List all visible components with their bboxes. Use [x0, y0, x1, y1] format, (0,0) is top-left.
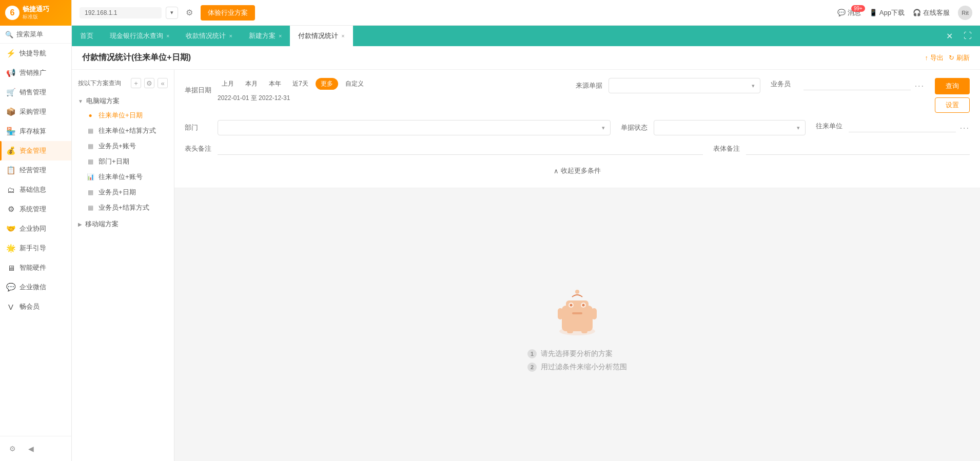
- scheme-item-dept-date[interactable]: ▦部门+日期: [72, 154, 174, 169]
- sidebar-item-quick-nav[interactable]: ⚡快捷导航: [0, 44, 71, 63]
- collapse-panel-btn[interactable]: «: [158, 78, 168, 88]
- sidebar-item-sales[interactable]: 🛒销售管理: [0, 83, 71, 102]
- svg-point-5: [570, 304, 573, 307]
- salesman-label: 业务员: [771, 79, 799, 89]
- sidebar-item-basic-info[interactable]: 🗂基础信息: [0, 180, 71, 199]
- message-btn[interactable]: 💬 消息 99+: [837, 8, 861, 17]
- trial-btn[interactable]: 体验行业方案: [201, 5, 255, 21]
- date-btn-custom[interactable]: 自定义: [341, 78, 368, 90]
- scheme-item-icon-salesman-account: ▦: [86, 142, 94, 150]
- scheme-item-icon-salesman-settle: ▦: [86, 204, 94, 212]
- salesman-dots-btn[interactable]: ...: [915, 79, 925, 89]
- tab-close-cashflow[interactable]: ×: [166, 33, 169, 39]
- sidebar-settings-btn[interactable]: ⚙: [5, 442, 19, 456]
- sidebar-item-guide[interactable]: 🌟新手引导: [0, 238, 71, 258]
- left-panel-actions: + ⚙ «: [131, 78, 168, 88]
- table-header-note-label: 表头备注: [185, 144, 213, 153]
- scheme-item-counterparty-settle[interactable]: ▦往来单位+结算方式: [72, 123, 174, 138]
- sidebar-item-icon-member: V: [6, 302, 15, 311]
- scheme-group-label-desktop: 电脑端方案: [86, 96, 120, 106]
- tab-payments[interactable]: 付款情况统计×: [290, 26, 352, 46]
- dept-select[interactable]: ▾: [218, 120, 611, 135]
- scheme-group-header-desktop[interactable]: ▼电脑端方案: [72, 94, 174, 108]
- date-btn-this-month[interactable]: 本月: [241, 78, 262, 90]
- sidebar-item-enterprise[interactable]: 🤝企业协同: [0, 219, 71, 238]
- collapse-row: ∧ 收起更多条件: [185, 162, 970, 179]
- collapse-label: 收起更多条件: [561, 166, 601, 175]
- tab-new-scheme[interactable]: 新建方案×: [241, 26, 290, 46]
- app-download-btn[interactable]: 📱 App下载: [869, 8, 905, 17]
- sidebar-item-purchase[interactable]: 📦采购管理: [0, 102, 71, 122]
- message-badge: 99+: [851, 5, 865, 12]
- tab-receipts[interactable]: 收款情况统计×: [178, 26, 240, 46]
- scheme-groups: ▼电脑端方案●往来单位+日期▦往来单位+结算方式▦业务员+账号▦部门+日期📊往来…: [72, 94, 174, 231]
- online-service-btn[interactable]: 🎧 在线客服: [913, 8, 950, 17]
- date-range-text: 2022-01-01 至 2022-12-31: [218, 94, 443, 103]
- scheme-query-label: 按以下方案查询: [78, 79, 121, 88]
- topbar-right: 💬 消息 99+ 📱 App下载 🎧 在线客服 Rit: [837, 6, 972, 20]
- date-btn-last-7[interactable]: 近7天: [288, 78, 312, 90]
- date-btn-last-month[interactable]: 上月: [218, 78, 238, 90]
- sidebar: 6 畅捷通巧 标准版 🔍 搜索菜单 ⚡快捷导航📢营销推广🛒销售管理📦采购管理🏪库…: [0, 0, 72, 461]
- sidebar-item-wechat[interactable]: 💬企业微信: [0, 277, 71, 297]
- tab-close-receipts[interactable]: ×: [229, 33, 232, 39]
- sidebar-item-icon-enterprise: 🤝: [6, 224, 15, 233]
- scheme-item-salesman-settle[interactable]: ▦业务员+结算方式: [72, 200, 174, 215]
- address-dropdown-btn[interactable]: ▾: [166, 7, 178, 19]
- scheme-group-header-mobile[interactable]: ▶移动端方案: [72, 217, 174, 231]
- hint-text-1: 请先选择要分析的方案: [541, 349, 613, 358]
- app-icon: 📱: [869, 9, 877, 16]
- sidebar-collapse-btn[interactable]: ◀: [24, 442, 38, 456]
- sidebar-item-inventory[interactable]: 🏪库存核算: [0, 122, 71, 141]
- table-body-note-input[interactable]: [746, 143, 970, 155]
- sidebar-item-icon-sales: 🛒: [6, 88, 15, 97]
- add-scheme-btn[interactable]: +: [131, 78, 141, 88]
- search-menu[interactable]: 🔍 搜索菜单: [0, 26, 71, 44]
- sidebar-item-member[interactable]: V畅会员: [0, 297, 71, 316]
- filter-settings-btn[interactable]: 设置: [935, 97, 970, 113]
- sidebar-item-label-sales: 销售管理: [19, 88, 46, 97]
- sidebar-item-finance[interactable]: 💰资金管理: [0, 141, 71, 161]
- collapse-btn[interactable]: ∧ 收起更多条件: [554, 166, 601, 175]
- sidebar-item-hardware[interactable]: 🖥智能硬件: [0, 258, 71, 277]
- refresh-btn[interactable]: ↻刷新: [949, 53, 970, 63]
- sidebar-item-label-quick-nav: 快捷导航: [19, 49, 46, 58]
- scheme-item-label-counterparty-date: 往来单位+日期: [99, 111, 143, 120]
- fullscreen-btn[interactable]: ⛶: [961, 29, 975, 43]
- scheme-item-salesman-date[interactable]: ▦业务员+日期: [72, 185, 174, 200]
- export-btn[interactable]: ↑导出: [925, 53, 944, 63]
- logo-text: 畅捷通巧 标准版: [23, 5, 49, 21]
- user-avatar[interactable]: Rit: [958, 6, 972, 20]
- table-header-note-input[interactable]: [218, 143, 703, 155]
- salesman-input[interactable]: [803, 78, 911, 90]
- counterparty-dots-btn[interactable]: ...: [960, 122, 970, 131]
- close-all-tabs-btn[interactable]: ✕: [942, 29, 956, 43]
- query-btn[interactable]: 查询: [935, 78, 970, 94]
- scheme-item-salesman-account[interactable]: ▦业务员+账号: [72, 138, 174, 154]
- scheme-settings-btn[interactable]: ⚙: [144, 78, 154, 88]
- counterparty-label: 往来单位: [816, 122, 845, 131]
- scheme-item-counterparty-account[interactable]: 📊往来单位+账号: [72, 169, 174, 185]
- address-bar: 192.168.1.1: [80, 7, 162, 18]
- voucher-status-select[interactable]: ▾: [654, 120, 806, 135]
- tab-cashflow[interactable]: 现金银行流水查询×: [102, 26, 178, 46]
- tab-close-new-scheme[interactable]: ×: [279, 33, 282, 39]
- tab-home[interactable]: 首页: [72, 26, 102, 46]
- scheme-group-desktop: ▼电脑端方案●往来单位+日期▦往来单位+结算方式▦业务员+账号▦部门+日期📊往来…: [72, 94, 174, 215]
- topbar-settings-btn[interactable]: ⚙: [182, 6, 197, 20]
- collapse-icon: ∧: [554, 167, 559, 175]
- voucher-status-arrow-icon: ▾: [797, 125, 800, 131]
- source-select[interactable]: ▾: [609, 78, 760, 93]
- scheme-item-counterparty-date[interactable]: ●往来单位+日期: [72, 108, 174, 123]
- sidebar-item-operations[interactable]: 📋经营管理: [0, 161, 71, 180]
- tab-close-payments[interactable]: ×: [341, 33, 344, 39]
- date-btn-more[interactable]: 更多: [316, 78, 338, 90]
- sidebar-item-marketing[interactable]: 📢营销推广: [0, 63, 71, 83]
- filter-area: 单据日期 上月本月本年近7天更多自定义2022-01-01 至 2022-12-…: [174, 70, 980, 188]
- sidebar-item-system[interactable]: ⚙系统管理: [0, 199, 71, 219]
- date-btn-this-year[interactable]: 本年: [265, 78, 285, 90]
- counterparty-input[interactable]: [849, 120, 956, 132]
- table-header-note-filter: 表头备注: [185, 143, 703, 155]
- source-label: 来源单据: [576, 81, 604, 90]
- active-marker: [0, 141, 2, 161]
